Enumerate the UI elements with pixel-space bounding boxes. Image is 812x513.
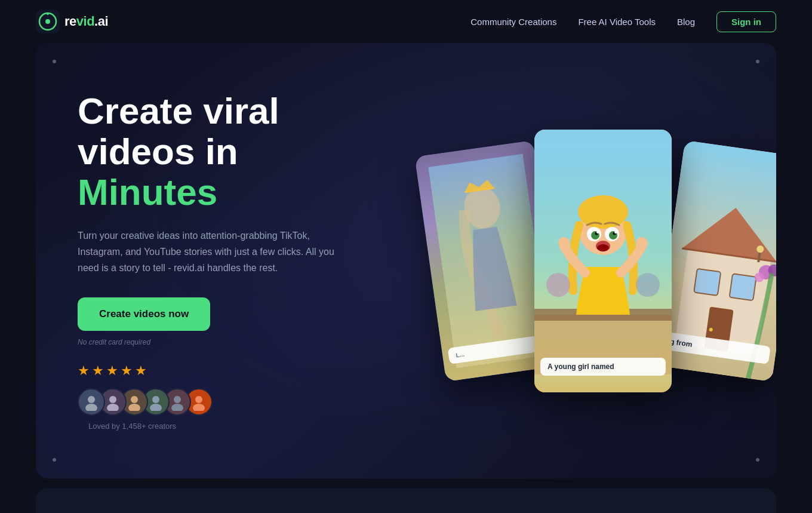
nav-community[interactable]: Community Creations	[470, 17, 556, 27]
svg-point-37	[546, 273, 570, 297]
svg-point-32	[614, 231, 617, 234]
svg-rect-44	[730, 274, 756, 300]
nav-links: Community Creations Free AI Video Tools …	[470, 11, 776, 32]
svg-point-34	[597, 244, 609, 251]
svg-point-15	[193, 404, 205, 411]
cta-button[interactable]: Create videos now	[78, 297, 210, 331]
no-credit-label: No credit card required	[78, 338, 352, 346]
star-rating: ★ ★ ★ ★ ★	[78, 363, 352, 379]
dot-decoration-br	[756, 458, 759, 462]
logo-text: revid.ai	[64, 14, 108, 29]
svg-point-11	[150, 404, 162, 411]
svg-point-9	[128, 404, 140, 411]
svg-point-12	[174, 396, 181, 403]
hero-section: Create viral videos in Minutes Turn your…	[36, 43, 776, 478]
svg-point-36	[636, 237, 648, 249]
star-2: ★	[92, 363, 104, 379]
svg-point-10	[152, 396, 159, 403]
avatar-group	[78, 388, 352, 416]
svg-point-31	[596, 231, 599, 234]
svg-point-14	[195, 396, 202, 403]
stats-section: 240,909+ 68 1,458+ 400+	[36, 488, 776, 513]
logo[interactable]: revid.ai	[36, 10, 108, 33]
signin-button[interactable]: Sign in	[716, 11, 776, 32]
star-1: ★	[78, 363, 90, 379]
highlight-text: Minutes	[78, 171, 217, 213]
star-4: ★	[121, 363, 133, 379]
phone-card-center: A young girl named	[534, 130, 672, 392]
phone-card-right: g from	[654, 140, 776, 381]
svg-rect-43	[694, 268, 721, 295]
svg-point-35	[558, 237, 570, 249]
svg-point-38	[636, 273, 660, 297]
svg-point-2	[45, 19, 50, 24]
hero-content: Create viral videos in Minutes Turn your…	[36, 43, 394, 478]
avatar-1	[78, 388, 105, 416]
hero-description: Turn your creative ideas into attention-…	[78, 228, 352, 277]
star-3: ★	[106, 363, 118, 379]
svg-point-3	[47, 13, 49, 15]
svg-point-24	[578, 195, 628, 229]
svg-point-5	[85, 404, 97, 411]
hero-images: L...	[418, 115, 776, 407]
hero-title: Create viral videos in Minutes	[78, 91, 352, 213]
navbar: revid.ai Community Creations Free AI Vid…	[0, 0, 812, 43]
svg-point-7	[107, 404, 119, 411]
logo-icon	[36, 10, 60, 33]
nav-blog[interactable]: Blog	[677, 17, 695, 27]
loved-by-label: Loved by 1,458+ creators	[88, 422, 352, 431]
svg-point-6	[109, 396, 116, 403]
svg-point-13	[171, 404, 183, 411]
center-card-overlay: A young girl named	[540, 358, 666, 376]
nav-tools[interactable]: Free AI Video Tools	[578, 17, 656, 27]
dot-decoration-tr	[756, 60, 759, 63]
svg-point-4	[88, 396, 95, 403]
svg-point-8	[131, 396, 138, 403]
star-5: ★	[135, 363, 147, 379]
